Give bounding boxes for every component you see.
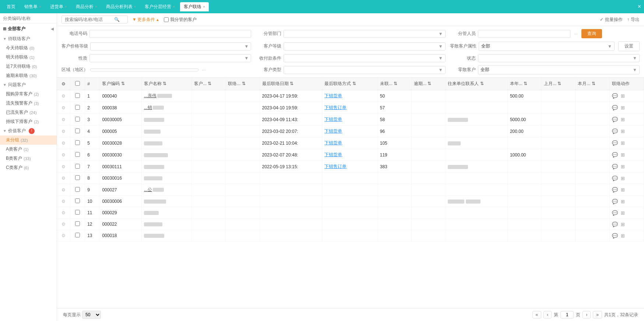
grid-action-icon[interactable]: ⊞: [621, 93, 625, 99]
grid-action-icon[interactable]: ⊞: [621, 187, 625, 193]
sidebar-item-a-class[interactable]: A类客户 (1): [0, 145, 57, 154]
sidebar-item-overdue[interactable]: 逾期未联络 (30): [0, 71, 57, 80]
nav-home[interactable]: 首页: [3, 2, 19, 11]
sidebar-item-7days[interactable]: 近7天待联络 (0): [0, 62, 57, 71]
batch-op-btn[interactable]: ✓ 批量操作: [600, 17, 623, 23]
row-name[interactable]: [142, 196, 192, 207]
grid-action-icon[interactable]: ⊞: [621, 128, 625, 134]
row-settings[interactable]: ⚙: [57, 196, 70, 207]
checkbox-column-header[interactable]: [70, 78, 85, 90]
row-checkbox[interactable]: [75, 175, 80, 180]
sidebar-item-b-class[interactable]: B类客户 (33): [0, 154, 57, 163]
nav-item-customer-contact[interactable]: 客户联络 ×: [180, 2, 209, 11]
row-settings[interactable]: ⚙: [57, 219, 70, 230]
row-checkbox[interactable]: [75, 164, 80, 169]
sidebar-item-hoarding[interactable]: 囤购异常客户 (2): [0, 89, 57, 99]
all-customers-header[interactable]: ⊞ 全部客户 ◀: [0, 24, 57, 34]
close-icon[interactable]: ×: [134, 5, 136, 9]
prev-page-btn[interactable]: ‹: [543, 311, 552, 318]
chat-icon[interactable]: 💬: [612, 152, 618, 158]
nav-item-purchase[interactable]: 进货单 ×: [46, 2, 71, 11]
page-number-input[interactable]: [560, 311, 574, 318]
row-settings[interactable]: ⚙: [57, 102, 70, 114]
close-icon[interactable]: ×: [65, 5, 67, 9]
reset-button[interactable]: 设置: [618, 41, 640, 51]
chat-icon[interactable]: 💬: [612, 128, 618, 134]
dept-select[interactable]: ▼: [284, 30, 445, 38]
row-name[interactable]: [142, 207, 192, 219]
page-size-select[interactable]: 50 100 200: [82, 311, 101, 319]
grid-action-icon[interactable]: ⊞: [621, 233, 625, 239]
row-settings[interactable]: ⚙: [57, 149, 70, 161]
row-checkbox[interactable]: [75, 93, 80, 98]
row-settings[interactable]: ⚙: [57, 184, 70, 196]
chat-icon[interactable]: 💬: [612, 117, 618, 122]
search-icon[interactable]: 🔍: [114, 17, 120, 22]
chat-icon[interactable]: 💬: [612, 222, 618, 227]
sparse-attr-select[interactable]: 全部 ▼: [479, 42, 615, 51]
sidebar-item-declining[interactable]: 持续下滑客户 (2): [0, 117, 57, 126]
query-button[interactable]: 查询: [581, 29, 602, 38]
close-icon[interactable]: ×: [173, 5, 175, 9]
row-last-method-link[interactable]: 下销货单: [324, 128, 342, 134]
close-icon[interactable]: ×: [39, 5, 41, 9]
code-column-header[interactable]: 客户编码 ⇅: [100, 78, 142, 90]
row-last-method-link[interactable]: 下销货单: [324, 93, 342, 98]
row-name[interactable]: [142, 219, 192, 230]
row-checkbox[interactable]: [75, 210, 80, 215]
customer-type-select[interactable]: ▼: [284, 66, 445, 74]
payment-select[interactable]: ▼: [284, 54, 445, 62]
nav-item-analysis[interactable]: 商品分析 ×: [72, 2, 101, 11]
row-checkbox[interactable]: [75, 140, 80, 145]
row-last-method-link[interactable]: 下销货单: [324, 117, 342, 122]
phone-input[interactable]: [89, 30, 251, 38]
row-checkbox[interactable]: [75, 152, 80, 157]
my-customers-check[interactable]: [164, 17, 169, 22]
more-conditions-btn[interactable]: ▼ 更多条件 ▲: [132, 17, 159, 23]
contact-column-header[interactable]: 联络... ⇅: [226, 78, 260, 90]
contact-person-column-header[interactable]: 往来单位联系人 ⇅: [446, 78, 508, 90]
grid-action-icon[interactable]: ⊞: [621, 176, 625, 181]
grid-action-icon[interactable]: ⊞: [621, 152, 625, 158]
sidebar-item-c-class[interactable]: C类客户 (6): [0, 163, 57, 172]
sidebar-item-tomorrow[interactable]: 明天待联络 (1): [0, 53, 57, 62]
export-btn[interactable]: ↑ 导出: [627, 17, 640, 23]
row-checkbox[interactable]: [75, 105, 80, 110]
row-checkbox[interactable]: [75, 221, 80, 226]
overdue-column-header[interactable]: 逾期... ⇅: [411, 78, 445, 90]
grid-action-icon[interactable]: ⊞: [621, 222, 625, 227]
row-name[interactable]: [142, 230, 192, 241]
sidebar-item-churned[interactable]: 已流失客户 (24): [0, 108, 57, 117]
close-all-button[interactable]: ×: [638, 3, 641, 10]
sidebar-search-input[interactable]: [3, 16, 57, 21]
sparse-customer-select[interactable]: 全部 ▼: [478, 65, 640, 74]
chat-icon[interactable]: 💬: [612, 210, 618, 216]
sidebar-item-today[interactable]: 今天待联络 (0): [0, 43, 57, 53]
grid-action-icon[interactable]: ⊞: [621, 105, 625, 110]
grid-action-icon[interactable]: ⊞: [621, 117, 625, 122]
select-all-checkbox[interactable]: [75, 81, 80, 86]
chat-icon[interactable]: 💬: [612, 199, 618, 204]
chat-icon[interactable]: 💬: [612, 140, 618, 146]
row-name[interactable]: ...亲伟: [142, 90, 192, 102]
this-month-column-header[interactable]: 本月... ⇅: [576, 78, 609, 90]
grid-action-icon[interactable]: ⊞: [621, 210, 625, 216]
close-icon[interactable]: ×: [95, 5, 97, 9]
row-checkbox[interactable]: [75, 187, 80, 192]
row-last-method-link[interactable]: 下销货单: [324, 140, 342, 145]
row-settings[interactable]: ⚙: [57, 137, 70, 149]
last-page-btn[interactable]: »: [593, 311, 602, 318]
type-column-header[interactable]: 客户... ⇅: [192, 78, 226, 90]
nav-item-customer-mgr[interactable]: 客户分层经营 ×: [141, 2, 179, 11]
row-settings[interactable]: ⚙: [57, 126, 70, 137]
nature-select[interactable]: ▼: [89, 54, 251, 62]
row-checkbox[interactable]: [75, 117, 80, 121]
row-settings[interactable]: ⚙: [57, 114, 70, 126]
chat-icon[interactable]: 💬: [612, 176, 618, 181]
group-pending-contact[interactable]: ▼ 待联络客户: [0, 34, 57, 43]
sidebar-item-ungrouped[interactable]: 未分组 (32): [0, 135, 57, 145]
grid-action-icon[interactable]: ⊞: [621, 140, 625, 146]
row-settings[interactable]: ⚙: [57, 230, 70, 241]
region-more-icon[interactable]: ···: [201, 67, 207, 73]
row-last-method-link[interactable]: 下销售订单: [324, 164, 346, 169]
